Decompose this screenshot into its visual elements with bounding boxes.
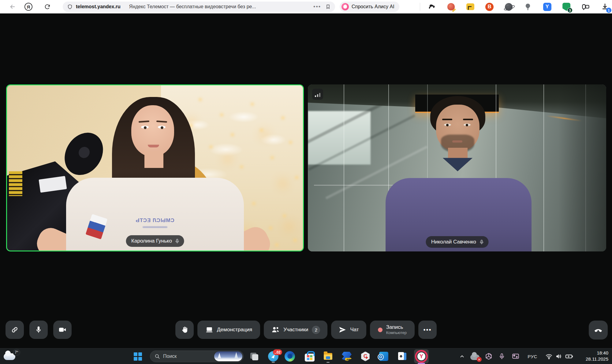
search-icon <box>155 354 160 359</box>
extension-swoosh-icon[interactable] <box>427 2 437 12</box>
extensions-row: B Y 3 1 <box>427 2 610 12</box>
game-bar-tray[interactable] <box>483 350 495 362</box>
search-highlight-thumbnail <box>214 351 242 361</box>
meeting-stage: СМЫСЛ ЕСТЬ Каролина Гунько <box>0 13 612 348</box>
participant-video[interactable]: Николай Савченко <box>308 84 606 251</box>
extension-shield-check-icon[interactable]: 3 <box>561 2 572 12</box>
refresh-icon[interactable] <box>43 2 52 11</box>
shield-icon <box>67 4 73 10</box>
shirt-print-line <box>143 226 167 228</box>
extension-mascot-icon[interactable] <box>446 2 456 12</box>
antivirus-app[interactable]: C <box>359 350 371 362</box>
outlook-o-badge: O <box>378 354 384 360</box>
ask-alice-button[interactable]: Спросить Алису AI <box>340 2 399 12</box>
raise-hand-button[interactable] <box>175 321 194 339</box>
participant-video-active[interactable]: СМЫСЛ ЕСТЬ Каролина Гунько <box>6 84 304 251</box>
taskbar-search[interactable]: Поиск <box>150 351 244 362</box>
windows-logo-icon <box>134 352 142 361</box>
bookmark-icon[interactable] <box>325 4 331 9</box>
task-view-icon-front <box>252 354 258 360</box>
windows-taskbar: 7° Поиск ..02 <box>0 348 612 364</box>
file-explorer-app[interactable] <box>322 350 334 362</box>
telegram-unread-badge: ..02 <box>273 349 282 355</box>
yandex-logo-letter: Я <box>24 3 32 11</box>
person-mouth <box>148 145 159 147</box>
chat-button[interactable]: Чат <box>331 321 366 339</box>
store-icon <box>305 354 315 362</box>
shield-c-icon: C <box>360 351 370 361</box>
participants-button[interactable]: Участники 2 <box>264 321 327 339</box>
tray-expand-button[interactable] <box>456 350 468 362</box>
link-icon <box>11 326 18 333</box>
paper-plane-icon <box>338 326 346 334</box>
microphone-tray[interactable] <box>496 350 508 362</box>
solitaire-app[interactable]: ♠ <box>396 350 408 362</box>
person-neck <box>144 151 163 168</box>
telegram-app[interactable]: ..02 <box>267 350 279 362</box>
extension-badge: 3 <box>567 8 573 13</box>
outlook-app[interactable]: O <box>378 350 390 362</box>
hang-up-icon <box>594 325 603 335</box>
chat-label: Чат <box>350 327 359 333</box>
task-view-button[interactable] <box>248 350 260 362</box>
scene-shadow <box>558 84 606 251</box>
participants-count-badge: 2 <box>312 326 320 334</box>
wifi-icon <box>545 353 553 360</box>
participant-name-chip: Каролина Гунько <box>126 235 184 247</box>
mic-icon <box>35 326 43 334</box>
outlook-icon: O <box>379 352 388 361</box>
toolbar-separator <box>420 3 420 11</box>
preview-app-icon: PRE <box>342 352 352 361</box>
mic-icon <box>498 353 505 360</box>
glass-seam <box>543 84 544 251</box>
mic-icon <box>479 240 484 245</box>
pre-badge: PRE <box>345 358 353 362</box>
edge-app[interactable] <box>284 350 296 362</box>
ellipsis-icon: ••• <box>423 326 431 333</box>
clock[interactable]: 18:40 28.11.2025 <box>586 350 608 362</box>
extension-yandex-y-icon[interactable]: Y <box>542 2 552 12</box>
onedrive-tray[interactable]: ✕ <box>469 350 481 362</box>
address-more-icon[interactable]: ••• <box>313 4 321 10</box>
record-button[interactable]: Запись Компьютер <box>370 321 415 339</box>
record-source-label: Компьютер <box>386 330 407 335</box>
scene-sign <box>9 171 22 196</box>
participants-label: Участники <box>283 327 308 333</box>
extension-b-icon[interactable]: B <box>484 2 495 12</box>
weather-widget[interactable]: 7° <box>3 350 20 363</box>
more-options-button[interactable]: ••• <box>418 321 437 339</box>
address-bar[interactable]: telemost.yandex.ru Яндекс Телемост — бес… <box>63 2 335 12</box>
preview-app[interactable]: PRE <box>341 350 353 362</box>
share-screen-button[interactable]: Демонстрация <box>197 321 260 339</box>
yandex-browser-app-active[interactable]: Y <box>414 349 429 363</box>
camera-button[interactable] <box>53 321 72 339</box>
browser-toolbar: Я telemost.yandex.ru Яндекс Телемост — б… <box>0 0 612 13</box>
url-text: telemost.yandex.ru <box>76 4 121 9</box>
scene-string-lights <box>7 85 8 86</box>
onedrive-icon: ✕ <box>470 355 480 360</box>
alice-icon <box>341 3 349 10</box>
active-app-indicator <box>418 363 425 364</box>
downloads-icon[interactable]: 1 <box>600 2 610 12</box>
yandex-browser-menu-icon[interactable]: Я <box>24 2 33 11</box>
microphone-button[interactable] <box>29 321 48 339</box>
screen-effects-tray[interactable] <box>509 350 522 362</box>
extension-folder-icon[interactable] <box>465 2 476 12</box>
copy-link-button[interactable] <box>6 321 24 339</box>
extension-lightbulb-icon[interactable] <box>523 2 533 12</box>
language-indicator[interactable]: РУС <box>525 350 540 362</box>
page-title: Яндекс Телемост — бесплатные видеовстреч… <box>129 4 310 9</box>
battery-tray[interactable] <box>563 350 575 362</box>
extension-planet-icon[interactable] <box>504 2 514 12</box>
start-button[interactable] <box>132 350 144 362</box>
onedrive-error-badge: ✕ <box>477 357 482 362</box>
back-icon[interactable] <box>8 2 17 11</box>
laptop-icon <box>205 326 213 334</box>
hang-up-button[interactable] <box>589 321 608 340</box>
participant-name: Каролина Гунько <box>131 238 172 244</box>
person-brow <box>442 119 452 120</box>
microsoft-store-app[interactable] <box>304 350 316 362</box>
time-text: 18:40 <box>586 350 608 356</box>
yandex-browser-icon: Y <box>416 351 427 362</box>
extension-key-card-icon[interactable] <box>580 2 591 12</box>
